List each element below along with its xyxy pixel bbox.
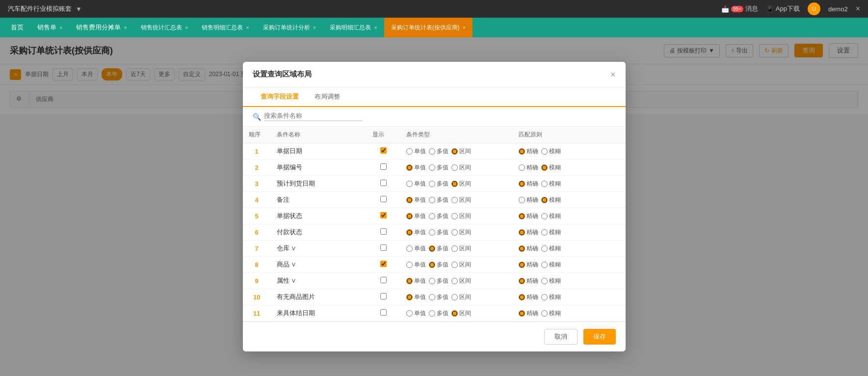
show-checkbox[interactable] xyxy=(380,147,387,154)
nav-tab-sales-expense[interactable]: 销售费用分摊单 × xyxy=(69,18,133,37)
close-tab-purchase-detail[interactable]: × xyxy=(374,25,377,30)
match-radio-exact[interactable]: 精确 xyxy=(519,212,538,220)
tab-layout-adjust[interactable]: 布局调整 xyxy=(307,87,348,107)
nav-home[interactable]: 首页 xyxy=(4,18,30,37)
type-radio-multi[interactable]: 多值 xyxy=(429,277,448,285)
type-radio-multi[interactable]: 多值 xyxy=(429,244,448,253)
show-cell[interactable] xyxy=(367,208,400,224)
type-radio-range[interactable]: 区间 xyxy=(451,180,471,188)
show-checkbox[interactable] xyxy=(380,293,387,299)
type-radio-range[interactable]: 区间 xyxy=(451,196,471,204)
type-radio-multi[interactable]: 多值 xyxy=(429,293,448,301)
type-radio-single[interactable]: 单值 xyxy=(406,180,426,188)
show-checkbox[interactable] xyxy=(380,261,387,267)
type-radio-range[interactable]: 区间 xyxy=(451,244,471,253)
show-checkbox[interactable] xyxy=(380,212,387,218)
match-radio-exact[interactable]: 精确 xyxy=(519,293,538,301)
type-radio-single[interactable]: 单值 xyxy=(406,196,426,204)
notification-button[interactable]: 📩 99+ 消息 xyxy=(721,4,758,13)
type-radio-single[interactable]: 单值 xyxy=(406,309,426,318)
close-tab-purchase-analysis[interactable]: × xyxy=(313,25,316,30)
show-checkbox[interactable] xyxy=(380,180,387,186)
show-cell[interactable] xyxy=(367,289,400,305)
type-radio-single[interactable]: 单值 xyxy=(406,261,426,269)
show-checkbox[interactable] xyxy=(380,163,387,170)
show-cell[interactable] xyxy=(367,160,400,176)
type-radio-range[interactable]: 区间 xyxy=(451,309,471,318)
match-radio-fuzzy[interactable]: 模糊 xyxy=(541,309,561,318)
type-radio-multi[interactable]: 多值 xyxy=(429,147,448,156)
nav-tab-sales-detail[interactable]: 销售明细汇总表 × xyxy=(195,18,256,37)
show-cell[interactable] xyxy=(367,305,400,322)
modal-close-button[interactable]: × xyxy=(610,70,616,79)
match-radio-exact[interactable]: 精确 xyxy=(519,261,538,269)
match-radio-exact[interactable]: 精确 xyxy=(519,244,538,253)
show-checkbox[interactable] xyxy=(380,244,387,251)
match-radio-fuzzy[interactable]: 模糊 xyxy=(541,163,561,172)
match-radio-fuzzy[interactable]: 模糊 xyxy=(541,228,561,237)
close-tab-sales-expense[interactable]: × xyxy=(124,25,127,30)
show-cell[interactable] xyxy=(367,176,400,192)
close-tab-purchase-supplier[interactable]: × xyxy=(463,25,466,30)
show-cell[interactable] xyxy=(367,273,400,289)
type-radio-multi[interactable]: 多值 xyxy=(429,228,448,237)
cancel-button[interactable]: 取消 xyxy=(544,329,578,345)
user-avatar[interactable]: U xyxy=(808,2,820,15)
tab-query-fields[interactable]: 查询字段设置 xyxy=(253,87,307,107)
type-radio-multi[interactable]: 多值 xyxy=(429,261,448,269)
close-tab-sales-order[interactable]: × xyxy=(59,25,62,30)
show-checkbox[interactable] xyxy=(380,196,387,202)
match-radio-exact[interactable]: 精确 xyxy=(519,147,538,156)
match-radio-exact[interactable]: 精确 xyxy=(519,196,538,204)
close-tab-sales-detail[interactable]: × xyxy=(246,25,249,30)
type-radio-multi[interactable]: 多值 xyxy=(429,309,448,318)
show-checkbox[interactable] xyxy=(380,228,387,235)
type-radio-range[interactable]: 区间 xyxy=(451,228,471,237)
show-cell[interactable] xyxy=(367,257,400,273)
type-radio-multi[interactable]: 多值 xyxy=(429,196,448,204)
match-radio-fuzzy[interactable]: 模糊 xyxy=(541,244,561,253)
show-cell[interactable] xyxy=(367,241,400,257)
type-radio-multi[interactable]: 多值 xyxy=(429,163,448,172)
match-radio-fuzzy[interactable]: 模糊 xyxy=(541,261,561,269)
show-checkbox[interactable] xyxy=(380,277,387,283)
close-tab-sales-summary[interactable]: × xyxy=(185,25,188,30)
type-radio-single[interactable]: 单值 xyxy=(406,212,426,220)
modal-search-input[interactable] xyxy=(264,112,362,121)
type-radio-single[interactable]: 单值 xyxy=(406,147,426,156)
type-radio-single[interactable]: 单值 xyxy=(406,163,426,172)
match-radio-fuzzy[interactable]: 模糊 xyxy=(541,212,561,220)
app-download-button[interactable]: 📱 App下载 xyxy=(766,4,800,13)
nav-tab-sales-summary[interactable]: 销售统计汇总表 × xyxy=(134,18,195,37)
close-app-button[interactable]: × xyxy=(856,4,860,13)
match-radio-exact[interactable]: 精确 xyxy=(519,309,538,318)
save-button[interactable]: 保存 xyxy=(583,329,616,345)
match-radio-fuzzy[interactable]: 模糊 xyxy=(541,293,561,301)
match-radio-exact[interactable]: 精确 xyxy=(519,163,538,172)
nav-tab-sales-order[interactable]: 销售单 × xyxy=(30,18,69,37)
type-radio-range[interactable]: 区间 xyxy=(451,277,471,285)
match-radio-exact[interactable]: 精确 xyxy=(519,277,538,285)
type-radio-range[interactable]: 区间 xyxy=(451,261,471,269)
type-radio-single[interactable]: 单值 xyxy=(406,277,426,285)
dropdown-icon[interactable]: ▼ xyxy=(76,5,82,13)
type-radio-single[interactable]: 单值 xyxy=(406,293,426,301)
type-radio-range[interactable]: 区间 xyxy=(451,147,471,156)
show-cell[interactable] xyxy=(367,192,400,208)
show-checkbox[interactable] xyxy=(380,309,387,316)
match-radio-fuzzy[interactable]: 模糊 xyxy=(541,147,561,156)
match-radio-fuzzy[interactable]: 模糊 xyxy=(541,196,561,204)
type-radio-multi[interactable]: 多值 xyxy=(429,180,448,188)
type-radio-multi[interactable]: 多值 xyxy=(429,212,448,220)
nav-tab-purchase-detail[interactable]: 采购明细汇总表 × xyxy=(323,18,384,37)
type-radio-single[interactable]: 单值 xyxy=(406,228,426,237)
match-radio-fuzzy[interactable]: 模糊 xyxy=(541,180,561,188)
match-radio-exact[interactable]: 精确 xyxy=(519,180,538,188)
match-radio-fuzzy[interactable]: 模糊 xyxy=(541,277,561,285)
nav-tab-purchase-analysis[interactable]: 采购订单统计分析 × xyxy=(256,18,323,37)
type-radio-range[interactable]: 区间 xyxy=(451,293,471,301)
type-radio-range[interactable]: 区间 xyxy=(451,163,471,172)
nav-tab-purchase-supplier[interactable]: 采购订单统计表(按供应商) × xyxy=(384,18,473,37)
show-cell[interactable] xyxy=(367,224,400,241)
show-cell[interactable] xyxy=(367,143,400,160)
